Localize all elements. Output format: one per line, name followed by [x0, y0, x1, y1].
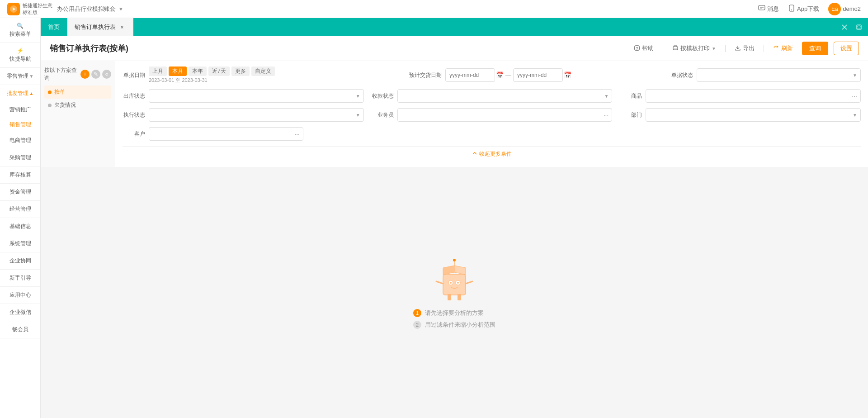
filter-row-1: 单据日期 上月 本月 本年 近7天 更多 自定义	[123, 66, 861, 84]
customer-input[interactable]	[149, 127, 303, 141]
divider3	[764, 45, 764, 52]
wholesale-chevron-icon: ▲	[29, 91, 34, 96]
sidebar-item-retail[interactable]: 零售管理 ▼	[0, 68, 40, 85]
sidebar-item-app-center[interactable]: 应用中心	[0, 287, 40, 304]
svg-rect-8	[443, 275, 466, 295]
date-tab-last-month[interactable]: 上月	[149, 66, 167, 76]
page-title: 销售订单执行表(按单)	[50, 43, 128, 54]
app-download-label: App下载	[797, 5, 819, 13]
date-field: 单据日期 上月 本月 本年 近7天 更多 自定义	[123, 66, 402, 84]
step1-text: 请先选择要分析的方案	[425, 309, 484, 317]
tab-sales-order[interactable]: 销售订单执行表 ×	[67, 18, 133, 36]
finance-label: 资金管理	[9, 188, 31, 196]
date-controls: 上月 本月 本年 近7天 更多 自定义 2023-03-01 至 2023-03…	[149, 66, 402, 84]
operation-label: 经营管理	[9, 205, 31, 213]
exec-status-label: 执行状态	[123, 111, 145, 119]
help-button[interactable]: ? 帮助	[630, 43, 657, 54]
sidebar: 🔍 搜索菜单 ⚡ 快捷导航 零售管理 ▼ 批发管理 ▲ 营销推广 销售管理 电商…	[0, 18, 41, 418]
filter-plan-item-2[interactable]: 欠货情况	[44, 99, 111, 112]
breadcrumb[interactable]: 办公用品行业模拟账套 ▼	[57, 5, 123, 13]
tab-sales-order-label: 销售订单执行表	[75, 23, 116, 31]
query-button[interactable]: 查询	[802, 42, 828, 55]
sidebar-item-search[interactable]: 🔍 搜索菜单	[0, 18, 40, 43]
message-button[interactable]: 消息	[758, 5, 779, 13]
department-select[interactable]	[646, 108, 861, 122]
svg-point-11	[450, 282, 452, 284]
outbound-status-select[interactable]	[149, 89, 364, 103]
salesperson-input[interactable]	[397, 108, 613, 122]
goods-input[interactable]	[646, 89, 861, 103]
sidebar-item-wechat[interactable]: 企业微信	[0, 304, 40, 321]
collapse-more-label: 收起更多条件	[479, 150, 512, 158]
empty-step-1: 1 请先选择要分析的方案	[413, 309, 495, 317]
sidebar-item-newbie[interactable]: 新手引导	[0, 270, 40, 287]
refresh-button[interactable]: 刷新	[769, 43, 797, 54]
filter-row-2: 出库状态 ▼ 收款状态	[123, 89, 861, 103]
basic-info-label: 基础信息	[9, 223, 31, 230]
filter-plan-item-1[interactable]: 按单	[44, 86, 111, 99]
export-button[interactable]: 导出	[731, 43, 758, 54]
app-download-button[interactable]: App下载	[788, 5, 819, 13]
department-field: 部门 ▼	[619, 108, 861, 122]
user-area[interactable]: Ea demo2	[828, 3, 861, 15]
sidebar-item-operation[interactable]: 经营管理	[0, 201, 40, 218]
collection-status-select[interactable]	[397, 89, 613, 103]
page-header: 销售订单执行表(按单) ? 帮助	[41, 36, 868, 61]
date-tab-this-month[interactable]: 本月	[169, 66, 187, 76]
status-select[interactable]	[697, 68, 861, 82]
date-tab-more[interactable]: 更多	[231, 66, 250, 76]
search-icon: 🔍	[17, 23, 24, 29]
date-tab-7days[interactable]: 近7天	[208, 66, 230, 76]
expected-date-to-input[interactable]	[513, 68, 563, 82]
date-separator: —	[505, 72, 511, 79]
sidebar-item-marketing[interactable]: 营销推广	[0, 102, 40, 117]
sidebar-item-finance[interactable]: 资金管理	[0, 184, 40, 201]
tab-expand-button[interactable]	[854, 22, 864, 33]
department-label: 部门	[619, 111, 642, 119]
date-tab-this-year[interactable]: 本年	[189, 66, 207, 76]
newbie-label: 新手引导	[9, 274, 31, 282]
sidebar-item-enterprise[interactable]: 企业协同	[0, 252, 40, 270]
avatar: Ea	[828, 3, 841, 15]
sidebar-item-member[interactable]: 畅会员	[0, 321, 40, 338]
template-print-chevron-icon: ▼	[712, 46, 716, 51]
sidebar-item-sales-mgmt[interactable]: 销售管理	[0, 117, 40, 132]
expected-date-field: 预计交货日期 📅 — 📅	[409, 68, 663, 82]
add-plan-button[interactable]: +	[80, 70, 90, 79]
plan2-dot	[48, 104, 52, 107]
sidebar-item-ecommerce[interactable]: 电商管理	[0, 132, 40, 149]
svg-rect-3	[857, 25, 861, 29]
sidebar-item-purchase[interactable]: 采购管理	[0, 149, 40, 166]
sidebar-item-basic-info[interactable]: 基础信息	[0, 218, 40, 235]
tab-close-icon[interactable]: ×	[118, 24, 126, 31]
expected-date-from-input[interactable]	[445, 68, 495, 82]
tab-home[interactable]: 首页	[41, 18, 67, 36]
sidebar-item-wholesale[interactable]: 批发管理 ▲	[0, 85, 40, 102]
salesperson-label: 业务员	[371, 111, 394, 119]
exec-status-select[interactable]	[149, 108, 364, 122]
template-print-label: 按模板打印	[680, 44, 710, 52]
filter-panel-inner: 按以下方案查询 + ✎ « 按单	[41, 61, 868, 167]
settings-label: 设置	[840, 44, 852, 52]
print-icon	[672, 45, 679, 52]
logo-area: 畅捷通好生意 标准版	[7, 2, 52, 15]
date-to-calendar-icon[interactable]: 📅	[564, 71, 571, 79]
template-print-button[interactable]: 按模板打印 ▼	[669, 43, 720, 54]
date-tab-custom[interactable]: 自定义	[251, 66, 275, 76]
sidebar-item-system[interactable]: 系统管理	[0, 235, 40, 252]
svg-rect-7	[674, 48, 677, 49]
sidebar-item-inventory[interactable]: 库存核算	[0, 166, 40, 184]
step2-num: 2	[413, 321, 421, 329]
date-from-calendar-icon[interactable]: 📅	[496, 71, 504, 79]
query-label: 查询	[809, 44, 821, 52]
settings-button[interactable]: 设置	[834, 42, 859, 55]
collapse-sidebar-button[interactable]: «	[102, 70, 111, 79]
sidebar-item-quick-nav[interactable]: ⚡ 快捷导航	[0, 43, 40, 68]
marketing-label: 营销推广	[9, 106, 31, 113]
collapse-more-button[interactable]: 收起更多条件	[123, 146, 861, 162]
breadcrumb-chevron-icon[interactable]: ▼	[118, 6, 123, 12]
wholesale-label: 批发管理	[7, 90, 28, 97]
tab-close-button[interactable]	[839, 22, 850, 33]
salesperson-field: 业务员 ···	[371, 108, 613, 122]
edit-plan-button[interactable]: ✎	[91, 70, 100, 79]
